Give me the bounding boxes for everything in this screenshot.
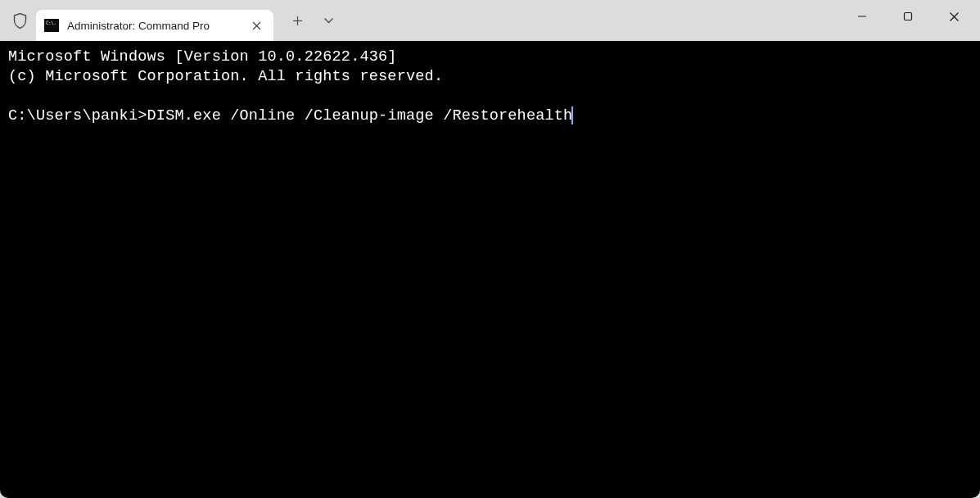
tab-active[interactable]: C:\. Administrator: Command Pro: [36, 10, 273, 41]
svg-rect-5: [905, 13, 912, 20]
terminal-area[interactable]: Microsoft Windows [Version 10.0.22622.43…: [0, 41, 980, 498]
shield-icon: [3, 0, 36, 41]
maximize-button[interactable]: [885, 0, 931, 33]
cmd-icon: C:\.: [44, 19, 59, 32]
command-text: DISM.exe /Online /Cleanup-image /Restore…: [147, 107, 573, 124]
terminal-output-line: (c) Microsoft Corporation. All rights re…: [8, 67, 972, 87]
terminal-blank-line: [8, 87, 972, 106]
tab-dropdown-button[interactable]: [313, 7, 344, 34]
tab-close-button[interactable]: [249, 18, 264, 33]
minimize-button[interactable]: [839, 0, 885, 33]
tab-title: Administrator: Command Pro: [67, 20, 241, 32]
window-controls: [839, 0, 977, 41]
terminal-output-line: Microsoft Windows [Version 10.0.22622.43…: [8, 48, 972, 67]
prompt-text: C:\Users\panki>: [8, 107, 147, 124]
cursor-icon: [571, 106, 573, 124]
close-button[interactable]: [931, 0, 977, 33]
tab-toolbar: [282, 0, 344, 41]
new-tab-button[interactable]: [282, 7, 313, 34]
terminal-prompt-line: C:\Users\panki>DISM.exe /Online /Cleanup…: [8, 106, 972, 126]
titlebar: C:\. Administrator: Command Pro: [0, 0, 980, 41]
